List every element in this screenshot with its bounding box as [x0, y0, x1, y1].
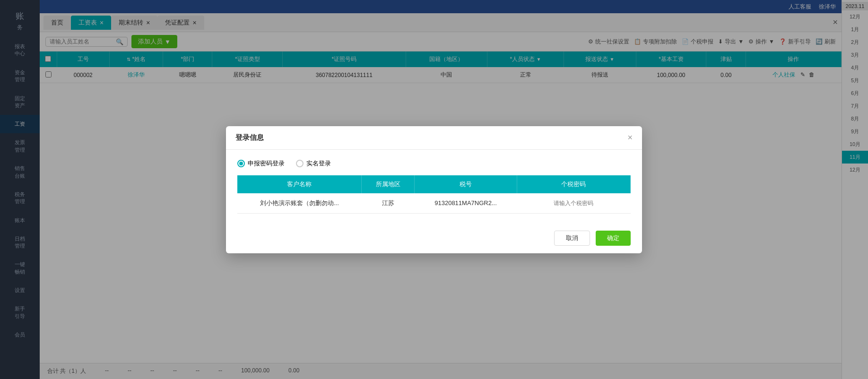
tax-password-input[interactable]	[524, 200, 623, 207]
app-container: 账 务 报表中心 资金管理 固定资产 工资 发票管理 销售台账 税务管理 账本 …	[0, 0, 868, 379]
dialog-overlay: 登录信息 × 申报密码登录 实名登录	[0, 0, 868, 379]
dialog-col-password: 个税密码	[517, 175, 630, 193]
dialog-login-table: 客户名称 所属地区 税号 个税密码 刘小艳演示账套（勿删勿动... 江苏 913…	[237, 175, 631, 214]
dialog-col-region: 所属地区	[362, 175, 415, 193]
dialog-cell-taxid: 91320811MA7NGR2...	[415, 193, 517, 214]
dialog-header: 登录信息 ×	[226, 126, 642, 150]
confirm-button[interactable]: 确定	[596, 231, 631, 246]
radio-password-login[interactable]: 申报密码登录	[237, 159, 285, 168]
dialog-cell-password[interactable]	[517, 193, 630, 214]
radio-realname-dot	[296, 160, 304, 167]
dialog-body: 申报密码登录 实名登录 客户名称 所属地区 税号 个税密码	[226, 150, 642, 223]
dialog-table-row: 刘小艳演示账套（勿删勿动... 江苏 91320811MA7NGR2...	[237, 193, 631, 214]
dialog-col-taxid: 税号	[415, 175, 517, 193]
dialog-cell-client: 刘小艳演示账套（勿删勿动...	[237, 193, 362, 214]
dialog-close-btn[interactable]: ×	[627, 133, 633, 143]
cancel-button[interactable]: 取消	[554, 231, 590, 246]
dialog-cell-region: 江苏	[362, 193, 415, 214]
login-type-radio-group: 申报密码登录 实名登录	[237, 159, 631, 168]
login-dialog: 登录信息 × 申报密码登录 实名登录	[226, 126, 642, 253]
radio-password-dot	[237, 160, 245, 167]
radio-realname-login[interactable]: 实名登录	[296, 159, 331, 168]
dialog-title: 登录信息	[235, 133, 264, 142]
dialog-footer: 取消 确定	[226, 223, 642, 253]
dialog-col-client: 客户名称	[237, 175, 362, 193]
